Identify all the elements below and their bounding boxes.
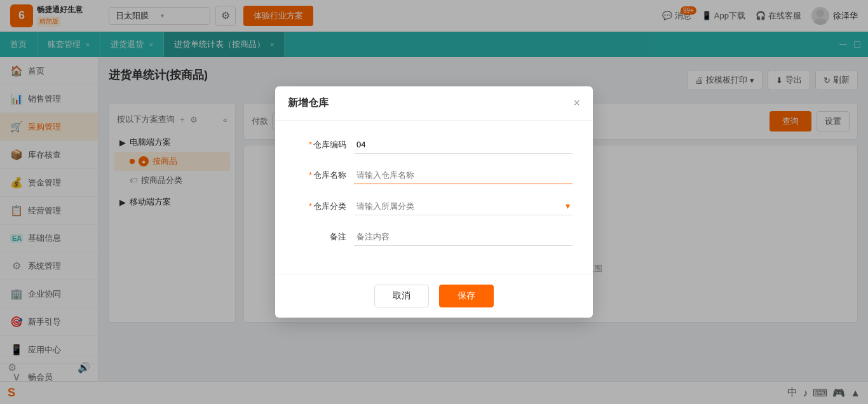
note-label: 备注 [295, 231, 346, 243]
category-required-mark: * [309, 201, 312, 211]
cancel-button[interactable]: 取消 [374, 285, 429, 307]
modal-footer: 取消 保存 [275, 274, 593, 318]
name-label: *仓库名称 [295, 170, 346, 181]
modal-overlay[interactable]: 新增仓库 × *仓库编码 *仓库名称 *仓库分类 [0, 0, 868, 404]
code-label: *仓库编码 [295, 139, 346, 151]
name-required-mark: * [309, 170, 312, 180]
form-row-code: *仓库编码 [295, 136, 573, 154]
form-row-category: *仓库分类 ▾ [295, 197, 573, 215]
category-label: *仓库分类 [295, 201, 346, 212]
form-row-name: *仓库名称 [295, 166, 573, 184]
modal-header: 新增仓库 × [275, 86, 593, 121]
note-input[interactable] [354, 228, 573, 246]
category-dropdown-icon[interactable]: ▾ [566, 201, 570, 211]
category-input[interactable] [356, 201, 566, 211]
code-required-mark: * [309, 140, 312, 149]
warehouse-code-input[interactable] [354, 136, 573, 154]
category-select-wrapper[interactable]: ▾ [354, 197, 573, 215]
modal-body: *仓库编码 *仓库名称 *仓库分类 ▾ [275, 121, 593, 274]
form-row-note: 备注 [295, 228, 573, 246]
save-button[interactable]: 保存 [439, 285, 494, 307]
modal-title: 新增仓库 [288, 97, 329, 110]
warehouse-modal: 新增仓库 × *仓库编码 *仓库名称 *仓库分类 [275, 86, 593, 318]
modal-close-button[interactable]: × [573, 97, 580, 110]
warehouse-name-input[interactable] [354, 166, 573, 184]
